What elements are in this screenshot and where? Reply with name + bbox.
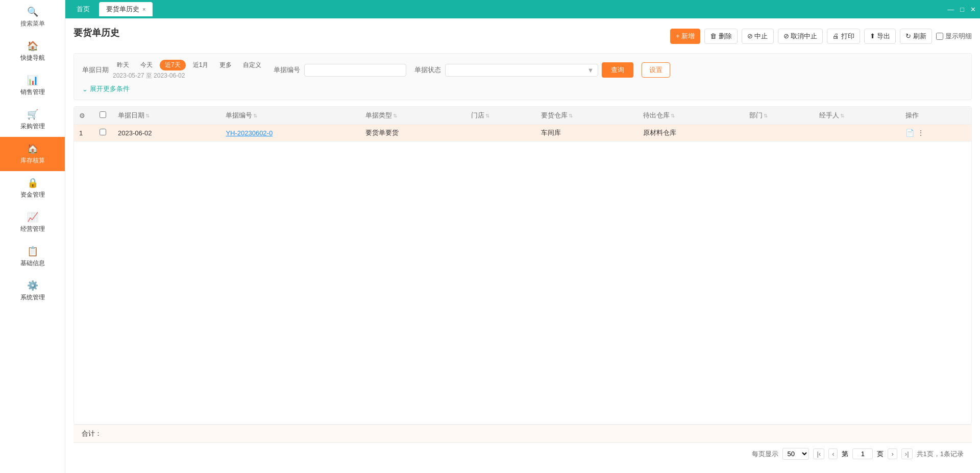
data-table: ⚙ 单据日期 ⇅ 单据编号 <box>74 106 972 424</box>
table-header-row: ⚙ 单据日期 ⇅ 单据编号 <box>74 107 971 125</box>
sidebar-search-label: 搜索菜单 <box>20 19 45 28</box>
sidebar-item-inventory[interactable]: 🏠 库存核算 <box>0 137 65 171</box>
prev-page-btn[interactable]: ‹ <box>828 448 838 459</box>
setting-button[interactable]: 设置 <box>642 62 670 78</box>
refresh-button[interactable]: ↻ 刷新 <box>900 29 932 44</box>
th-doc-type: 单据类型 ⇅ <box>360 107 467 125</box>
tab-home[interactable]: 首页 <box>69 2 97 16</box>
first-page-btn[interactable]: |‹ <box>813 448 824 459</box>
total-info: 共1页，1条记录 <box>917 450 964 459</box>
summary-label: 合计： <box>82 430 102 437</box>
operations-icon: 📈 <box>27 211 38 223</box>
tab-current-label: 要货单历史 <box>106 5 139 14</box>
inventory-label: 库存核算 <box>20 156 45 165</box>
page-size-select[interactable]: 10 20 50 100 <box>782 448 809 460</box>
date-opt-custom[interactable]: 自定义 <box>239 60 265 70</box>
date-filter-label: 单据日期 <box>82 65 109 75</box>
date-opt-yesterday[interactable]: 昨天 <box>113 60 133 70</box>
sidebar: 🔍 搜索菜单 🏠 快捷导航 📊 销售管理 🛒 采购管理 🏠 库存核算 🔒 资金管… <box>0 0 65 473</box>
row-pending-warehouse: 原材料仓库 <box>638 125 744 141</box>
sidebar-item-basic-info[interactable]: 📋 基础信息 <box>0 240 65 274</box>
stop-button[interactable]: ⊘ 中止 <box>742 29 774 44</box>
doc-no-filter-label: 单据编号 <box>274 65 300 75</box>
display-detail-checkbox[interactable] <box>936 33 943 40</box>
display-detail-toggle[interactable]: 显示明细 <box>936 32 972 41</box>
new-button[interactable]: + 新增 <box>670 29 700 44</box>
finance-icon: 🔒 <box>27 177 38 188</box>
filter-area: 单据日期 昨天 今天 近7天 近1月 更多 自定义 2023-05-27 至 2… <box>74 53 972 100</box>
next-page-btn[interactable]: › <box>888 448 897 459</box>
th-actions: 操作 <box>900 107 971 125</box>
purchase-icon: 🛒 <box>27 109 38 120</box>
content-area: 要货单历史 + 新增 🗑 删除 ⊘ 中止 ⊘ 取消中止 🖨 打印 ⬆ 导出 ↻ … <box>65 18 980 473</box>
date-opt-more[interactable]: 更多 <box>215 60 236 70</box>
status-filter-input[interactable] <box>445 64 598 77</box>
status-filter-dropdown-icon[interactable]: ▼ <box>587 66 594 74</box>
sidebar-item-system[interactable]: ⚙️ 系统管理 <box>0 274 65 308</box>
row-req-warehouse: 车间库 <box>536 125 638 141</box>
row-doc-no[interactable]: YH-20230602-0 <box>220 125 360 141</box>
tab-current[interactable]: 要货单历史 × <box>99 2 153 16</box>
basic-info-icon: 📋 <box>27 246 38 257</box>
table-settings-icon[interactable]: ⚙ <box>79 112 85 120</box>
doc-no-filter-group: 单据编号 <box>274 64 406 77</box>
status-filter-label: 单据状态 <box>414 65 441 75</box>
finance-label: 资金管理 <box>20 191 45 199</box>
window-maximize-btn[interactable]: □ <box>960 6 964 13</box>
th-doc-date: 单据日期 ⇅ <box>113 107 220 125</box>
th-doc-no: 单据编号 ⇅ <box>220 107 360 125</box>
page-unit: 页 <box>877 450 884 459</box>
page-title: 要货单历史 <box>74 27 119 39</box>
row-more-btn[interactable]: ⋮ <box>917 129 924 137</box>
row-department <box>744 125 814 141</box>
pagination: 每页显示 10 20 50 100 |‹ ‹ 第 页 › ›| 共1页，1条记录 <box>74 442 972 465</box>
th-pending-warehouse: 待出仓库 ⇅ <box>638 107 744 125</box>
print-button[interactable]: 🖨 打印 <box>827 29 860 44</box>
select-all-checkbox[interactable] <box>100 111 106 118</box>
expand-more-label: 展开更多条件 <box>90 84 130 93</box>
page-size-label: 每页显示 <box>752 450 778 459</box>
status-filter-group: 单据状态 ▼ <box>414 64 594 77</box>
main-area: 首页 要货单历史 × — □ ✕ 要货单历史 + 新增 🗑 删除 ⊘ 中止 ⊘ … <box>65 0 980 473</box>
window-minimize-btn[interactable]: — <box>947 6 954 13</box>
row-store <box>466 125 536 141</box>
quick-nav-icon: 🏠 <box>27 40 38 52</box>
window-close-btn[interactable]: ✕ <box>970 6 976 13</box>
last-page-btn[interactable]: ›| <box>901 448 913 459</box>
th-req-warehouse: 要货仓库 ⇅ <box>536 107 638 125</box>
tab-home-label: 首页 <box>77 5 90 14</box>
tab-bar: 首页 要货单历史 × — □ ✕ <box>65 0 980 18</box>
sidebar-item-finance[interactable]: 🔒 资金管理 <box>0 171 65 205</box>
date-opt-today[interactable]: 今天 <box>136 60 157 70</box>
cancel-stop-button[interactable]: ⊘ 取消中止 <box>778 29 823 44</box>
row-doc-type: 要货单要货 <box>360 125 467 141</box>
display-detail-label: 显示明细 <box>945 32 972 41</box>
date-opt-1month[interactable]: 近1月 <box>189 60 213 70</box>
expand-more-btn[interactable]: ⌄ 展开更多条件 <box>82 84 963 93</box>
date-opt-7days[interactable]: 近7天 <box>160 60 186 70</box>
sidebar-item-quick-nav[interactable]: 🏠 快捷导航 <box>0 34 65 68</box>
th-store: 门店 ⇅ <box>466 107 536 125</box>
row-checkbox[interactable] <box>94 125 113 141</box>
sidebar-item-purchase[interactable]: 🛒 采购管理 <box>0 103 65 137</box>
row-handler <box>814 125 900 141</box>
export-button[interactable]: ⬆ 导出 <box>864 29 896 44</box>
row-actions: 📄 ⋮ <box>900 125 971 141</box>
table-footer: 合计： <box>74 424 972 442</box>
row-edit-btn[interactable]: 📄 <box>905 129 914 137</box>
page-input[interactable] <box>852 448 873 459</box>
th-department: 部门 ⇅ <box>744 107 814 125</box>
operations-label: 经营管理 <box>20 225 45 233</box>
quick-nav-label: 快捷导航 <box>20 54 45 62</box>
delete-button[interactable]: 🗑 删除 <box>704 29 738 44</box>
inventory-icon: 🏠 <box>27 143 38 154</box>
query-button[interactable]: 查询 <box>602 62 633 78</box>
tab-close-icon[interactable]: × <box>142 6 145 12</box>
doc-no-input[interactable] <box>304 64 406 77</box>
sales-icon: 📊 <box>27 75 38 86</box>
expand-more-icon: ⌄ <box>82 85 88 93</box>
sidebar-search[interactable]: 🔍 搜索菜单 <box>0 0 65 34</box>
sidebar-item-operations[interactable]: 📈 经营管理 <box>0 205 65 240</box>
system-label: 系统管理 <box>20 293 45 302</box>
sidebar-item-sales[interactable]: 📊 销售管理 <box>0 68 65 103</box>
